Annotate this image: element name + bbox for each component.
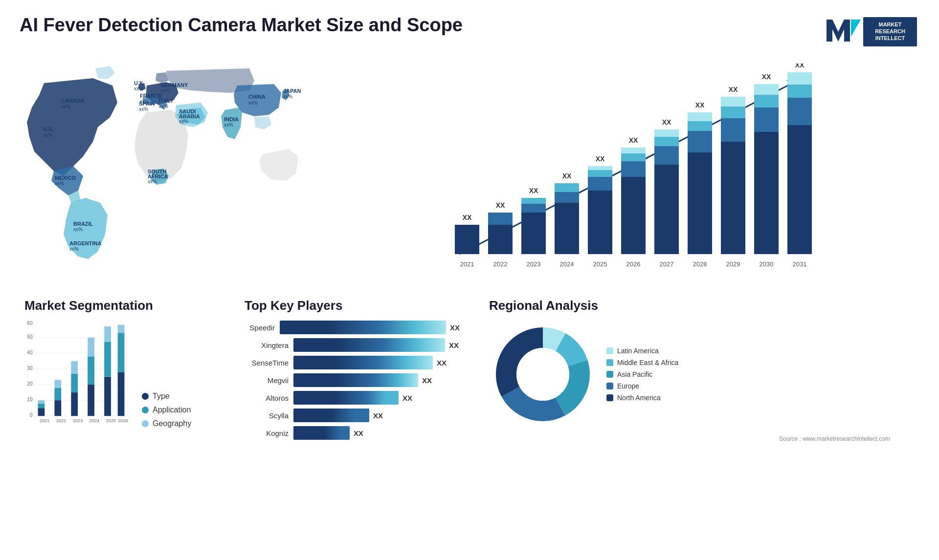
player-name: Speedir [245,323,275,332]
legend-color-latin-america [606,347,613,354]
svg-text:40: 40 [27,350,33,355]
svg-text:XX: XX [629,136,638,144]
player-bar [293,338,445,352]
svg-text:XX: XX [762,73,771,81]
legend-middle-east: Middle East & Africa [606,359,678,366]
player-row: SenseTime XX [245,356,460,369]
donut-container: Latin America Middle East & Africa Asia … [489,321,910,428]
svg-text:XX: XX [596,155,605,163]
svg-text:XX: XX [529,187,538,194]
svg-rect-103 [38,404,45,409]
svg-text:xx%: xx% [159,104,168,109]
legend-text-asia-pacific: Asia Pacific [617,370,652,378]
key-players-section: Top Key Players Speedir XX Xingtera XX [235,293,470,447]
player-val: XX [450,323,460,332]
svg-rect-50 [621,148,646,153]
player-row: Megvii XX [245,373,460,387]
player-val: XX [402,394,412,402]
player-bar-container: XX [293,373,432,387]
china-label: CHINA [248,94,266,100]
key-players-title: Top Key Players [245,298,460,313]
svg-text:2025: 2025 [593,260,607,268]
legend-north-america: North America [606,394,678,402]
legend-text-middle-east: Middle East & Africa [617,359,678,366]
legend-color-asia-pacific [606,371,613,378]
svg-rect-62 [688,112,712,121]
source-text: Source : www.marketresearchintellect.com [489,435,910,442]
player-bar-container: XX [293,409,383,422]
player-bar [280,321,446,334]
svg-marker-1 [851,20,861,37]
svg-text:2030: 2030 [760,260,774,268]
svg-rect-105 [54,400,61,416]
svg-text:xx%: xx% [224,122,233,128]
legend-geography: Geography [142,419,191,428]
svg-text:2021: 2021 [40,418,49,423]
italy-label: ITALY [159,98,174,104]
svg-text:50: 50 [27,334,33,340]
logo-svg: MARKET RESEARCH INTELLECT [822,15,919,49]
svg-rect-109 [71,374,78,393]
svg-rect-28 [488,213,513,225]
legend-type: Type [142,392,191,401]
donut-chart-svg [489,321,597,428]
svg-text:xx%: xx% [73,227,83,232]
brazil-label: BRAZIL [73,221,93,227]
market-segmentation-section: Market Segmentation 0 10 20 30 40 50 60 [20,293,225,447]
svg-text:20: 20 [27,381,33,387]
world-map-svg: CANADA xx% U.S. xx% MEXICO xx% BRAZIL xx… [15,59,318,264]
svg-text:2024: 2024 [89,418,99,423]
svg-text:xx%: xx% [248,100,258,106]
spain-label: SPAIN [139,101,155,107]
svg-text:XX: XX [695,101,705,109]
seg-chart-container: 0 10 20 30 40 50 60 2021 [24,321,220,428]
svg-text:xx%: xx% [160,88,170,93]
svg-rect-68 [721,97,745,107]
svg-rect-108 [71,392,78,416]
main-content: CANADA xx% U.S. xx% MEXICO xx% BRAZIL xx… [0,54,939,452]
legend-color-middle-east [606,359,613,366]
players-list: Speedir XX Xingtera XX SenseTime [245,321,460,440]
page-title: AI Fever Detection Camera Market Size an… [20,15,463,36]
player-row: Speedir XX [245,321,460,334]
legend-dot-geography [142,420,149,427]
svg-text:XX: XX [463,214,472,221]
svg-rect-116 [104,326,111,342]
legend-text-europe: Europe [617,382,639,390]
bottom-sections: Market Segmentation 0 10 20 30 40 50 60 [10,288,929,452]
svg-rect-44 [588,166,612,170]
player-row: Altoros XX [245,391,460,405]
svg-rect-111 [88,385,94,416]
player-bar-container: XX [293,356,447,369]
legend-text-north-america: North America [617,394,661,402]
svg-text:2026: 2026 [118,418,128,423]
svg-text:2026: 2026 [626,260,641,268]
player-bar [293,391,399,405]
player-bar-container: XX [293,338,459,352]
growth-chart-svg: XX 2021 XX 2022 XX 2023 XX 2024 [342,64,910,279]
svg-text:XX: XX [496,201,505,209]
svg-text:XX: XX [662,118,671,126]
legend-color-north-america [606,394,613,401]
svg-text:2027: 2027 [660,260,674,268]
legend-dot-application [142,407,149,413]
svg-rect-102 [38,408,45,416]
svg-rect-74 [754,84,779,95]
svg-rect-119 [118,325,125,333]
svg-rect-80 [787,72,812,85]
legend-color-europe [606,383,613,389]
svg-rect-117 [118,372,125,416]
player-val: XX [437,359,447,367]
svg-text:RESEARCH: RESEARCH [875,28,905,34]
player-val: XX [422,376,432,385]
player-name: Altoros [245,394,289,402]
svg-rect-113 [88,338,94,357]
svg-text:xx%: xx% [55,181,64,186]
germany-label: GERMANY [160,82,188,88]
world-map-section: CANADA xx% U.S. xx% MEXICO xx% BRAZIL xx… [10,54,323,288]
uk-label: U.K. [134,80,145,86]
svg-point-125 [516,348,569,401]
seg-legend: Type Application Geography [142,387,191,428]
player-name: Xingtera [245,341,289,349]
svg-text:2024: 2024 [560,260,574,268]
